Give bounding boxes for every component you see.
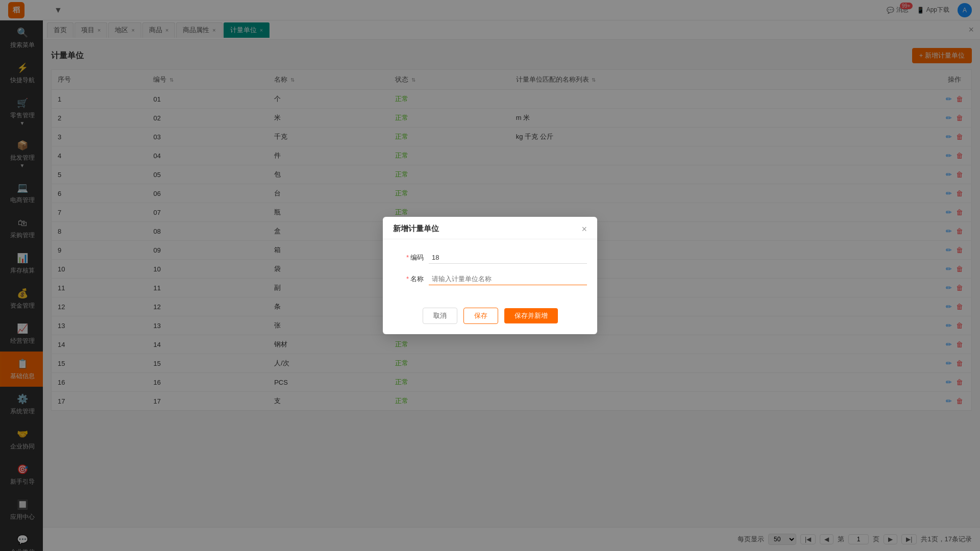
modal-close-button[interactable]: × <box>581 224 587 234</box>
modal-footer: 取消 保存 保存并新增 <box>383 303 597 334</box>
code-label: 编码 <box>393 253 424 262</box>
code-input[interactable] <box>429 252 587 264</box>
form-row-name: 名称 <box>393 273 587 285</box>
add-unit-modal: 新增计量单位 × 编码 名称 取消 保存 保存并新增 <box>383 217 597 334</box>
modal-title: 新增计量单位 <box>393 224 439 234</box>
modal-body: 编码 名称 <box>383 239 597 303</box>
name-label: 名称 <box>393 274 424 284</box>
modal-header: 新增计量单位 × <box>383 217 597 239</box>
form-row-code: 编码 <box>393 252 587 264</box>
save-and-add-button[interactable]: 保存并新增 <box>504 308 558 323</box>
name-input[interactable] <box>429 273 587 285</box>
save-button[interactable]: 保存 <box>463 308 498 324</box>
cancel-button[interactable]: 取消 <box>423 308 457 324</box>
modal-overlay: 新增计量单位 × 编码 名称 取消 保存 保存并新增 <box>0 0 980 551</box>
